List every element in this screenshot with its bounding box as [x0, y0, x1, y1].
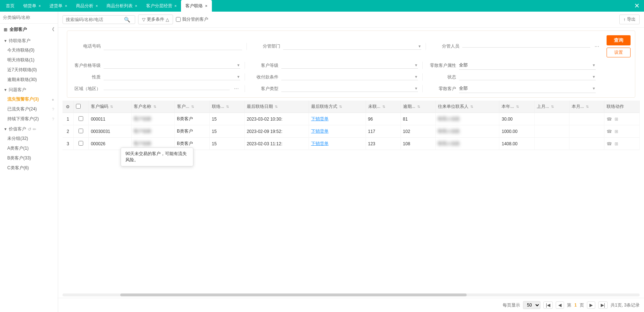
more-conditions-button[interactable]: ▽ 更多条件 △	[138, 15, 173, 24]
sidebar-item-overdue[interactable]: 逾期未联络(30)	[0, 75, 58, 85]
tab-customer-contact[interactable]: 客户联络 ×	[181, 0, 212, 12]
last-page-button[interactable]: ▶|	[598, 301, 608, 309]
action-contact-icon[interactable]: ☎	[607, 129, 612, 134]
close-icon[interactable]: ×	[39, 4, 41, 8]
phone-input[interactable]	[104, 42, 242, 50]
search-box[interactable]: 🔍	[63, 15, 135, 24]
col-contact-person[interactable]: 往来单位联系人 ⇅	[435, 101, 499, 113]
row-last-method[interactable]: 下销货单	[309, 113, 366, 125]
col-last-month[interactable]: 上月... ⇅	[534, 101, 569, 113]
sidebar-item-ungrouped[interactable]: 未分组(32)	[0, 134, 58, 143]
sort-icon: ⇅	[516, 105, 519, 109]
sidebar-item-churned[interactable]: 已流失客户(24) ?	[0, 104, 58, 114]
my-customers-check[interactable]	[176, 17, 181, 22]
row-this-month	[569, 113, 604, 125]
region-select[interactable]	[104, 88, 230, 90]
row-last-method[interactable]: 下销货单	[309, 125, 366, 138]
sidebar-group-value[interactable]: ▼ 价值客户 ↺ ✏	[0, 124, 58, 134]
row-this-month	[569, 125, 604, 138]
col-name[interactable]: 客户名称 ⇅	[132, 101, 174, 113]
query-button[interactable]: 查询	[607, 35, 631, 45]
export-button[interactable]: ↑ 导出	[619, 15, 640, 24]
col-select-all[interactable]	[73, 101, 88, 113]
close-icon[interactable]: ×	[174, 4, 177, 8]
tab-analysis-list[interactable]: 商品分析列表 ×	[102, 0, 141, 12]
sidebar-root[interactable]: ⊞ 全部客户 《	[0, 24, 58, 36]
col-uncontact[interactable]: 未联... ⇅	[366, 101, 401, 113]
scrollbar-thumb[interactable]	[120, 293, 467, 296]
chevron-down-icon: ▼	[592, 86, 596, 90]
action-contact-icon[interactable]: ☎	[607, 117, 612, 122]
customer-level-select[interactable]: ▼	[281, 62, 418, 69]
close-icon[interactable]: ×	[135, 4, 137, 8]
select-all-checkbox[interactable]	[76, 104, 81, 109]
close-icon[interactable]: ×	[65, 4, 67, 8]
collapse-icon[interactable]: 《	[50, 27, 54, 33]
action-more-icon[interactable]: ⊞	[615, 141, 618, 146]
sidebar-group-problem[interactable]: ▼ 问题客户	[0, 85, 58, 94]
row-last-method[interactable]: 下销货单	[309, 138, 366, 150]
horizontal-scrollbar[interactable]	[58, 292, 644, 298]
sidebar-item-tomorrow[interactable]: 明天待联络(1)	[0, 55, 58, 65]
sidebar-item-class-a[interactable]: A类客户(1)	[0, 143, 58, 153]
next-page-button[interactable]: ▶	[587, 301, 595, 309]
sidebar-item-class-b[interactable]: B类客户(33)	[0, 153, 58, 163]
col-overdue[interactable]: 逾期... ⇅	[401, 101, 435, 113]
tab-purchase[interactable]: 进货单 ×	[45, 0, 71, 12]
close-icon[interactable]: ×	[205, 4, 207, 8]
scrollbar-track[interactable]	[63, 293, 640, 296]
prev-page-button[interactable]: ◀	[556, 301, 564, 309]
table-row: 200030031客户名称B类客户152023-02-09 19:52:下销货单…	[63, 125, 640, 138]
row-checkbox[interactable]	[73, 138, 88, 150]
col-this-month[interactable]: 本月... ⇅	[569, 101, 604, 113]
col-contact-count[interactable]: 联络... ⇅	[209, 101, 244, 113]
action-more-icon[interactable]: ⊞	[615, 117, 618, 122]
tab-analysis[interactable]: 商品分析 ×	[72, 0, 102, 12]
window-close-button[interactable]: ✕	[631, 2, 643, 10]
per-page-select[interactable]: 50	[523, 301, 540, 309]
dept-select[interactable]: ▼	[283, 43, 422, 50]
sidebar-item-7days[interactable]: 近7天待联络(0)	[0, 65, 58, 75]
action-contact-icon[interactable]: ☎	[607, 141, 612, 146]
price-level-label: 客户价格等级	[72, 62, 101, 69]
row-checkbox[interactable]	[73, 113, 88, 125]
action-more-icon[interactable]: ⊞	[615, 129, 618, 134]
tab-sales[interactable]: 销货单 ×	[19, 0, 45, 12]
sidebar-item-today[interactable]: 今天待联络(0)	[0, 45, 58, 55]
sidebar-search-input[interactable]	[3, 15, 57, 20]
row-code: 000011	[88, 113, 131, 125]
col-last-date[interactable]: 最后联络日期 ⇅	[244, 101, 309, 113]
col-code[interactable]: 客户编码 ⇅	[88, 101, 131, 113]
col-type[interactable]: 客户... ⇅	[174, 101, 209, 113]
search-icon[interactable]: 🔍	[124, 17, 130, 23]
col-this-year[interactable]: 本年... ⇅	[499, 101, 534, 113]
zero-attr-select[interactable]: 全部 ▼	[459, 61, 596, 70]
price-level-select[interactable]: ▼	[104, 62, 240, 69]
more-icon[interactable]: ···	[593, 43, 601, 50]
row-checkbox[interactable]	[73, 125, 88, 138]
status-select[interactable]: ▼	[459, 74, 596, 80]
settings-button[interactable]: 设置	[607, 48, 631, 57]
edit-icon[interactable]: ✏	[33, 127, 36, 132]
customer-type-select[interactable]: ▼	[281, 85, 418, 92]
col-gear[interactable]: ⚙	[63, 101, 73, 113]
sidebar-item-churn-warning[interactable]: 流失预警客户(3) ●	[0, 94, 58, 104]
tab-customer-tier[interactable]: 客户分层经营 ×	[142, 0, 181, 12]
sidebar-group-pending[interactable]: ▼ 待联络客户	[0, 36, 58, 45]
nature-select[interactable]: ▼	[104, 74, 240, 80]
zero-customer-select[interactable]: 全部 ▼	[459, 84, 596, 93]
more-icon[interactable]: ···	[233, 85, 240, 92]
refresh-icon[interactable]: ↺	[28, 127, 31, 132]
sidebar-item-class-c[interactable]: C类客户(6)	[0, 163, 58, 173]
data-table-container[interactable]: ⚙ 客户编码 ⇅ 客户名称 ⇅ 客户... ⇅ 联络... ⇅	[63, 101, 640, 292]
col-last-method[interactable]: 最后联络方式 ⇅	[309, 101, 366, 113]
my-customers-checkbox[interactable]: 我分管的客户	[176, 16, 208, 23]
first-page-button[interactable]: |◀	[543, 301, 553, 309]
search-input[interactable]	[66, 17, 124, 22]
person-select[interactable]	[462, 45, 590, 48]
sidebar-item-declining[interactable]: 持续下滑客户(2) ?	[0, 114, 58, 124]
tab-home[interactable]: 首页	[1, 0, 19, 12]
payment-select[interactable]: ▼	[281, 74, 418, 80]
close-icon[interactable]: ×	[96, 4, 98, 8]
chevron-down-icon: ▼	[592, 75, 596, 79]
